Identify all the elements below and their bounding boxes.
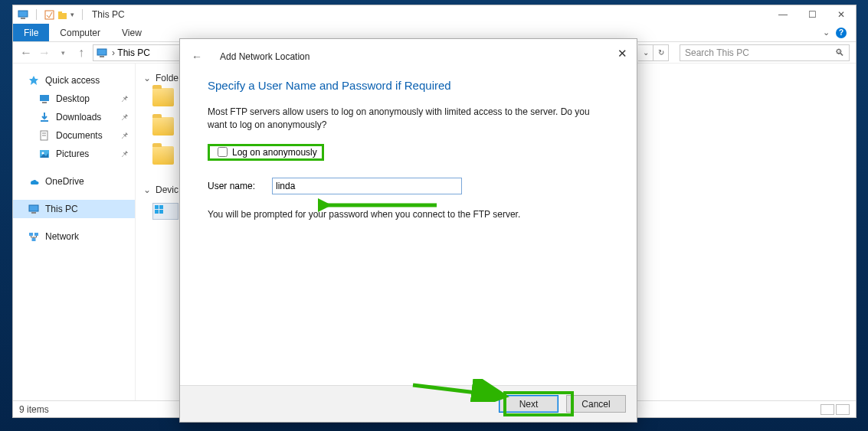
svg-rect-9 [42, 102, 47, 103]
svg-rect-6 [100, 56, 104, 57]
pin-icon: 📌︎ [120, 94, 129, 103]
qat-separator-2 [82, 9, 83, 20]
pin-icon: 📌︎ [120, 149, 129, 158]
svg-rect-23 [155, 210, 159, 214]
svg-rect-1 [21, 18, 25, 19]
wizard-footer: Next Cancel [180, 385, 637, 422]
tab-file[interactable]: File [13, 24, 49, 41]
svg-rect-19 [34, 233, 38, 236]
section-label: Devic [156, 184, 179, 195]
nav-recent-icon[interactable]: ▾ [56, 46, 70, 60]
status-text: 9 items [19, 404, 49, 415]
qat-separator [36, 9, 37, 20]
nav-back-button[interactable]: ← [19, 46, 33, 60]
address-text: › [112, 47, 117, 58]
new-folder-icon[interactable] [57, 10, 67, 20]
qat-dropdown-icon[interactable]: ▾ [70, 11, 74, 18]
svg-rect-18 [29, 233, 33, 236]
sidebar-item-label: Desktop [56, 93, 90, 104]
view-details-icon[interactable] [821, 404, 834, 415]
drive-tile[interactable] [152, 203, 179, 220]
minimize-button[interactable]: — [768, 5, 798, 24]
this-pc-icon [28, 204, 39, 214]
search-placeholder: Search This PC [685, 47, 749, 58]
svg-rect-8 [40, 95, 49, 101]
window-controls: — ☐ ✕ [768, 5, 856, 24]
svg-marker-7 [29, 76, 38, 85]
this-pc-icon [18, 9, 28, 20]
sidebar-item-pictures[interactable]: Pictures 📌︎ [13, 145, 135, 163]
svg-rect-22 [159, 205, 163, 209]
explorer-titlebar[interactable]: ▾ This PC — ☐ ✕ [13, 5, 856, 24]
address-dropdown-icon[interactable]: ⌄ [638, 44, 653, 61]
sidebar-item-label: OneDrive [45, 176, 84, 187]
sidebar-item-label: This PC [45, 204, 78, 214]
cancel-button[interactable]: Cancel [566, 395, 626, 413]
window-title: This PC [92, 9, 125, 20]
sidebar-item-documents[interactable]: Documents 📌︎ [13, 126, 135, 145]
wizard-title: Add Network Location [220, 51, 310, 62]
sidebar-item-label: Network [45, 231, 79, 242]
svg-rect-0 [18, 11, 28, 17]
add-network-location-wizard: ← Add Network Location ✕ Specify a User … [179, 38, 637, 423]
properties-icon[interactable] [44, 10, 54, 20]
chevron-down-icon: ⌄ [143, 73, 151, 83]
next-button[interactable]: Next [499, 395, 558, 413]
view-large-icon[interactable] [836, 404, 850, 415]
nav-sidebar: Quick access Desktop 📌︎ Downloads 📌︎ Doc… [13, 64, 136, 400]
username-label: User name: [208, 181, 272, 191]
folder-tile[interactable] [152, 117, 174, 136]
sidebar-item-this-pc[interactable]: This PC [13, 200, 135, 218]
log-on-anonymously-label: Log on anonymously [232, 147, 317, 158]
desktop-icon [39, 93, 50, 104]
sidebar-item-downloads[interactable]: Downloads 📌︎ [13, 108, 135, 126]
sidebar-item-network[interactable]: Network [13, 227, 135, 246]
tab-computer[interactable]: Computer [49, 24, 111, 41]
ribbon-collapse-icon[interactable]: ⌄ [823, 28, 830, 38]
search-input[interactable]: Search This PC 🔍︎ [680, 44, 850, 61]
svg-rect-24 [159, 210, 163, 214]
wizard-header: ← Add Network Location ✕ [180, 39, 637, 74]
sidebar-item-desktop[interactable]: Desktop 📌︎ [13, 90, 135, 108]
maximize-button[interactable]: ☐ [798, 5, 827, 24]
sidebar-item-onedrive[interactable]: OneDrive [13, 172, 135, 191]
close-button[interactable]: ✕ [827, 5, 856, 24]
svg-rect-20 [32, 238, 36, 241]
username-input[interactable] [272, 178, 462, 194]
pin-icon: 📌︎ [120, 131, 129, 140]
wizard-hint: You will be prompted for your password w… [208, 208, 609, 221]
sidebar-item-quick-access[interactable]: Quick access [13, 71, 135, 90]
username-row: User name: [208, 178, 609, 194]
folder-tile[interactable] [152, 146, 174, 165]
wizard-intro: Most FTP servers allow users to log on a… [208, 106, 609, 132]
documents-icon [39, 130, 50, 141]
svg-rect-5 [97, 49, 106, 55]
refresh-button[interactable]: ↻ [653, 44, 669, 61]
quick-access-toolbar: ▾ [18, 9, 87, 20]
svg-rect-21 [155, 205, 159, 209]
wizard-body: Specify a User Name and Password if Requ… [180, 74, 637, 220]
search-icon: 🔍︎ [835, 47, 844, 58]
svg-rect-3 [58, 13, 67, 19]
sidebar-item-label: Quick access [45, 75, 100, 86]
tab-view[interactable]: View [111, 24, 152, 41]
wizard-close-button[interactable]: ✕ [615, 47, 629, 60]
svg-rect-4 [58, 11, 62, 14]
nav-up-button[interactable]: ↑ [74, 46, 88, 60]
wizard-back-button[interactable]: ← [191, 51, 203, 63]
folder-tile[interactable] [152, 88, 174, 106]
chevron-down-icon: ⌄ [143, 184, 151, 195]
wizard-heading: Specify a User Name and Password if Requ… [208, 79, 609, 92]
address-text: This PC [117, 47, 150, 58]
log-on-anonymously-highlight: Log on anonymously [208, 144, 324, 161]
svg-rect-16 [29, 205, 38, 211]
log-on-anonymously-checkbox[interactable] [218, 147, 228, 157]
this-pc-icon [97, 47, 107, 58]
nav-forward-button[interactable]: → [38, 46, 51, 60]
star-icon [28, 75, 39, 86]
sidebar-item-label: Documents [56, 130, 103, 141]
svg-rect-2 [45, 11, 54, 19]
sidebar-item-label: Pictures [56, 149, 89, 159]
help-icon[interactable]: ? [836, 28, 847, 38]
downloads-icon [39, 112, 50, 122]
